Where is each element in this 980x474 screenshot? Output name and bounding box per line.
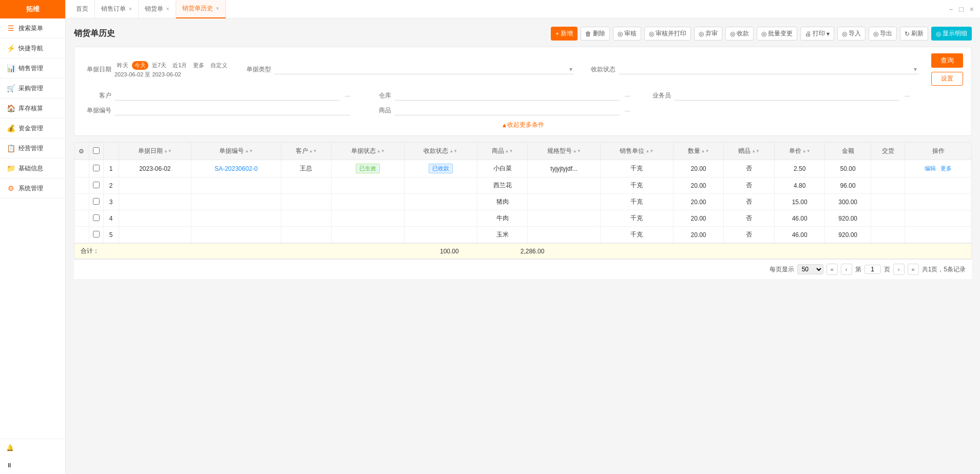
- cell-doc-no[interactable]: [191, 227, 281, 243]
- export-button[interactable]: ◎ 导出: [869, 27, 897, 41]
- tab-sales-order-close[interactable]: ×: [129, 6, 132, 12]
- col-sales-unit[interactable]: 销售单位 ▲▼: [601, 143, 674, 160]
- sidebar-item-quick-nav[interactable]: ⚡ 快捷导航: [0, 38, 65, 58]
- query-button[interactable]: 查询: [931, 53, 963, 68]
- sidebar-item-inventory[interactable]: 🏠 库存核算: [0, 98, 65, 118]
- tab-sales-history[interactable]: 销货单历史 ×: [176, 0, 226, 18]
- refresh-button[interactable]: ↻ 刷新: [900, 27, 928, 41]
- cell-doc-no[interactable]: [191, 194, 281, 210]
- tab-sales-delivery-close[interactable]: ×: [166, 6, 169, 12]
- col-doc-no[interactable]: 单据编号 ▲▼: [191, 143, 281, 160]
- date-btn-more[interactable]: 更多: [190, 61, 207, 70]
- col-date[interactable]: 单据日期 ▲▼: [119, 143, 191, 160]
- batch-change-button[interactable]: ◎ 批量变更: [757, 27, 797, 41]
- row-checkbox[interactable]: [93, 231, 100, 238]
- date-btn-1month[interactable]: 近1月: [170, 61, 189, 70]
- collect-status-select[interactable]: ▾: [619, 65, 919, 74]
- unit-price-sort-icon: ▲▼: [802, 149, 811, 153]
- goods-dots-icon[interactable]: ···: [625, 107, 630, 114]
- select-all-checkbox[interactable]: [93, 147, 100, 154]
- cell-checkbox[interactable]: [89, 194, 103, 210]
- col-goods[interactable]: 商品 ▲▼: [477, 143, 528, 160]
- sidebar-item-sales-mgmt[interactable]: 📊 销售管理: [0, 58, 65, 78]
- sidebar-item-purchase-mgmt[interactable]: 🛒 采购管理: [0, 78, 65, 98]
- staff-dots-icon[interactable]: ···: [905, 92, 910, 100]
- row-checkbox[interactable]: [93, 198, 100, 205]
- cell-checkbox[interactable]: [89, 177, 103, 194]
- col-checkbox[interactable]: [89, 143, 103, 160]
- audit-button[interactable]: ◎ 审核: [613, 27, 641, 41]
- sidebar-footer-item-2[interactable]: ⏸: [0, 457, 65, 474]
- sidebar-item-sys-mgmt[interactable]: ⚙ 系统管理: [0, 179, 65, 199]
- collapse-button[interactable]: ▲ 收起更多条件: [83, 121, 963, 129]
- col-spec[interactable]: 规格型号 ▲▼: [528, 143, 601, 160]
- sidebar-item-finance[interactable]: 💰 资金管理: [0, 118, 65, 139]
- col-settings[interactable]: ⚙: [74, 143, 89, 160]
- delete-button[interactable]: 🗑 删除: [581, 27, 610, 41]
- col-collect-status[interactable]: 收款状态 ▲▼: [405, 143, 477, 160]
- abandon-label: 弃审: [705, 29, 718, 38]
- cell-checkbox[interactable]: [89, 210, 103, 227]
- col-doc-status[interactable]: 单据状态 ▲▼: [332, 143, 405, 160]
- page-nav-next[interactable]: ›: [893, 264, 905, 275]
- page-number-input[interactable]: [864, 265, 881, 274]
- cell-action[interactable]: 编辑 更多: [905, 160, 971, 177]
- finance-icon: 💰: [6, 124, 15, 133]
- customer-input[interactable]: [114, 91, 340, 101]
- tab-sales-history-close[interactable]: ×: [216, 6, 219, 11]
- page-nav-last[interactable]: »: [908, 264, 919, 275]
- tab-home[interactable]: 首页: [70, 0, 95, 18]
- page-nav-first[interactable]: «: [827, 264, 838, 275]
- cell-action[interactable]: [905, 210, 971, 227]
- col-gift[interactable]: 赠品 ▲▼: [724, 143, 775, 160]
- window-minimize-btn[interactable]: −: [947, 4, 955, 14]
- col-quantity[interactable]: 数量 ▲▼: [673, 143, 724, 160]
- new-button[interactable]: + 新增: [551, 27, 578, 41]
- abandon-button[interactable]: ◎ 弃审: [694, 27, 722, 41]
- page-nav-prev[interactable]: ‹: [841, 264, 852, 275]
- set-button[interactable]: 设置: [931, 72, 963, 86]
- goods-input[interactable]: [394, 106, 620, 115]
- cell-doc-no[interactable]: SA-20230602-0: [191, 160, 281, 177]
- sidebar-footer-item-1[interactable]: 🔔: [0, 439, 65, 457]
- warehouse-dots-icon[interactable]: ···: [625, 92, 630, 100]
- date-btn-yesterday[interactable]: 昨天: [114, 61, 131, 70]
- staff-input[interactable]: [674, 91, 899, 101]
- cell-doc-no[interactable]: [191, 210, 281, 227]
- cell-doc-no[interactable]: [191, 177, 281, 194]
- page-size-select[interactable]: 50 10 20 100: [797, 264, 823, 274]
- doc-no-link[interactable]: SA-20230602-0: [215, 165, 258, 172]
- doc-type-select[interactable]: ▾: [274, 65, 574, 74]
- print-button[interactable]: 🖨 打印 ▾: [800, 27, 834, 41]
- sidebar-item-basic-info[interactable]: 📁 基础信息: [0, 159, 65, 179]
- date-btn-7days[interactable]: 近7天: [149, 61, 169, 70]
- collect-status-filter-group: 收款状态 ▾: [587, 65, 919, 74]
- cell-action[interactable]: [905, 177, 971, 194]
- customer-dots-icon[interactable]: ···: [345, 92, 350, 100]
- tab-sales-delivery[interactable]: 销货单 ×: [139, 0, 176, 18]
- window-close-btn[interactable]: ×: [968, 4, 976, 14]
- collect-button[interactable]: ◎ 收款: [725, 27, 754, 41]
- cell-checkbox[interactable]: [89, 160, 103, 177]
- col-unit-price[interactable]: 单价 ▲▼: [774, 143, 825, 160]
- cell-checkbox[interactable]: [89, 227, 103, 243]
- show-detail-button[interactable]: ◎ 显示明细: [931, 27, 972, 41]
- date-btn-today[interactable]: 今天: [132, 61, 148, 70]
- cell-action[interactable]: [905, 194, 971, 210]
- window-maximize-btn[interactable]: □: [957, 4, 965, 14]
- warehouse-input[interactable]: [394, 91, 620, 101]
- row-checkbox[interactable]: [93, 165, 100, 171]
- audit-print-button[interactable]: ◎ 审核并打印: [644, 27, 691, 41]
- sidebar-item-search-menu[interactable]: ☰ 搜索菜单: [0, 18, 65, 38]
- row-checkbox[interactable]: [93, 214, 100, 221]
- date-btn-custom[interactable]: 自定义: [208, 61, 230, 70]
- doc-no-input[interactable]: [114, 106, 350, 115]
- edit-action-btn[interactable]: 编辑: [923, 165, 937, 172]
- more-action-btn[interactable]: 更多: [939, 165, 953, 172]
- tab-sales-order[interactable]: 销售订单 ×: [95, 0, 139, 18]
- row-checkbox[interactable]: [93, 182, 100, 188]
- import-button[interactable]: ◎ 导入: [837, 27, 866, 41]
- sidebar-item-operations[interactable]: 📋 经营管理: [0, 139, 65, 159]
- cell-action[interactable]: [905, 227, 971, 243]
- col-customer[interactable]: 客户 ▲▼: [281, 143, 332, 160]
